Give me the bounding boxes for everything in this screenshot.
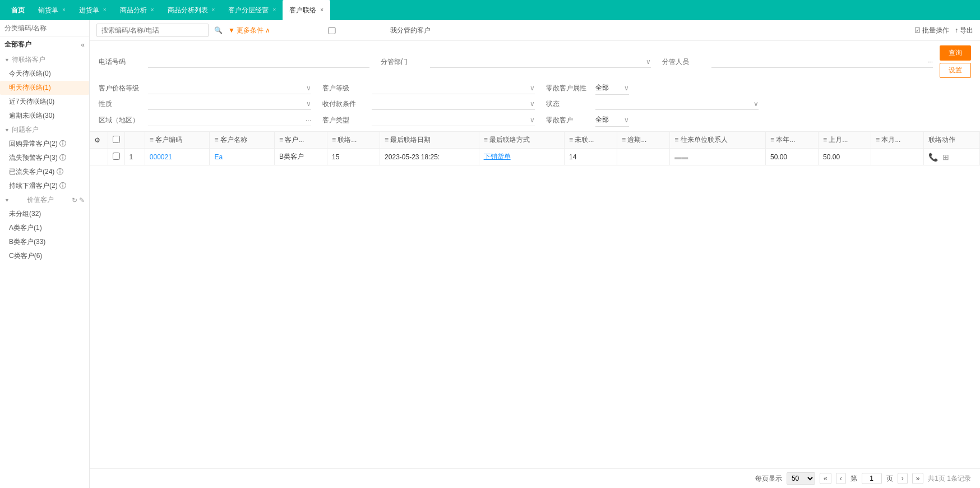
prev-page-button[interactable]: ‹	[836, 473, 846, 484]
phone-action-icon[interactable]: 📞	[928, 153, 938, 162]
filter-payment-select[interactable]: ∨	[372, 98, 535, 110]
batch-operation-button[interactable]: ☑ 批量操作	[914, 26, 949, 35]
close-product-analysis-icon[interactable]: ×	[151, 0, 154, 20]
th-unit-contact[interactable]: ≡ 往来单位联系人	[670, 132, 766, 149]
sidebar-item-b-class[interactable]: B类客户(33)	[0, 235, 89, 249]
sidebar-search-input[interactable]	[4, 24, 89, 32]
td-last-method: 下销货单	[479, 149, 564, 165]
nav-sales[interactable]: 销货单 ×	[31, 0, 72, 20]
th-type[interactable]: ≡ 客户...	[274, 132, 327, 149]
th-year[interactable]: ≡ 本年...	[765, 132, 818, 149]
filter-scattered-arrow: ∨	[624, 116, 629, 124]
nav-home[interactable]: 首页	[4, 0, 31, 20]
page-label: 第	[850, 474, 857, 484]
th-overdue[interactable]: ≡ 逾期...	[617, 132, 670, 149]
th-code[interactable]: ≡ 客户编码	[145, 132, 210, 149]
export-button[interactable]: ↑ 导出	[955, 26, 973, 35]
th-check	[108, 132, 124, 149]
filter-scattered-select[interactable]: 全部 ∨	[595, 113, 629, 127]
filter-payment: 收付款条件 ∨	[322, 98, 535, 110]
th-name[interactable]: ≡ 客户名称	[210, 132, 275, 149]
select-all-checkbox[interactable]	[113, 136, 120, 143]
filter-scattered-attr-select[interactable]: 全部 ∨	[595, 81, 629, 95]
per-page-select[interactable]: 50 100 200	[787, 472, 815, 485]
sidebar-group-value[interactable]: 价值客户 ↻ ✎	[0, 193, 89, 207]
filter-customer-type-arrow: ∨	[530, 116, 535, 124]
close-purchase-icon[interactable]: ×	[103, 0, 107, 20]
th-this-month[interactable]: ≡ 本月...	[871, 132, 924, 149]
filter-chevron-icon: ∧	[265, 26, 270, 34]
sidebar-group-pending[interactable]: 待联络客户	[0, 53, 89, 67]
page-number-input[interactable]	[862, 473, 882, 484]
more-filter-button[interactable]: ▼ 更多条件 ∧	[228, 26, 270, 35]
sidebar-search-bar: 🔍	[0, 20, 89, 36]
main-layout: 🔍 全部客户 « 待联络客户 今天待联络(0) 明天待联络(1) 近7天待联络(…	[0, 20, 980, 488]
export-icon: ↑	[955, 26, 958, 34]
filter-status-arrow: ∨	[754, 100, 759, 108]
filter-nature: 性质 ∨	[99, 98, 311, 110]
sidebar-item-ungrouped[interactable]: 未分组(32)	[0, 207, 89, 221]
sidebar-item-lost[interactable]: 已流失客户(24) ⓘ	[0, 165, 89, 179]
sidebar-item-overdue[interactable]: 逾期未联络(30)	[0, 109, 89, 123]
sidebar-item-tomorrow[interactable]: 明天待联络(1)	[0, 81, 89, 95]
th-contact-count[interactable]: ≡ 联络...	[327, 132, 380, 149]
last-page-button[interactable]: »	[912, 473, 924, 484]
td-seq: 1	[124, 149, 145, 165]
sidebar-item-repurchase-abnormal[interactable]: 回购异常客户(2) ⓘ	[0, 137, 89, 151]
last-method-link[interactable]: 下销货单	[484, 153, 511, 160]
filter-nature-arrow: ∨	[306, 100, 311, 108]
filter-customer-level-select[interactable]: ∨	[372, 82, 535, 94]
sidebar: 🔍 全部客户 « 待联络客户 今天待联络(0) 明天待联络(1) 近7天待联络(…	[0, 20, 90, 488]
filter-price-level-select[interactable]: ∨	[148, 82, 311, 94]
th-last-date[interactable]: ≡ 最后联络日期	[380, 132, 479, 149]
nav-product-analysis-list[interactable]: 商品分析列表 ×	[161, 0, 222, 20]
filter-phone-input[interactable]	[148, 56, 369, 68]
sidebar-item-c-class[interactable]: C类客户(6)	[0, 249, 89, 263]
filter-region-dots: ···	[306, 116, 311, 124]
filter-manager-select[interactable]: ···	[711, 56, 933, 68]
nav-purchase[interactable]: 进货单 ×	[72, 0, 113, 20]
filter-nature-select[interactable]: ∨	[148, 98, 311, 110]
sidebar-item-lost-warning[interactable]: 流失预警客户(3) ⓘ	[0, 151, 89, 165]
my-customers-checkbox[interactable]	[276, 27, 388, 34]
sidebar-item-7days[interactable]: 近7天待联络(0)	[0, 95, 89, 109]
search-input[interactable]	[96, 24, 209, 37]
filter-region-label: 区域（地区）	[99, 116, 144, 125]
search-button[interactable]: 🔍	[214, 26, 223, 34]
sidebar-all-customers[interactable]: 全部客户 «	[0, 36, 89, 53]
th-last-method[interactable]: ≡ 最后联络方式	[479, 132, 564, 149]
filter-region-select[interactable]: ···	[148, 114, 311, 126]
sidebar-item-today[interactable]: 今天待联络(0)	[0, 67, 89, 81]
setting-button[interactable]: 设置	[940, 63, 971, 78]
td-check	[108, 149, 124, 165]
close-product-analysis-list-icon[interactable]: ×	[212, 0, 215, 20]
nav-customer-contact[interactable]: 客户联络 ×	[283, 0, 330, 20]
filter-status-select[interactable]: ∨	[595, 98, 759, 110]
customer-table: ⚙ ≡ 客户编码 ≡ 客户名称 ≡ 客户...	[90, 132, 980, 165]
next-page-button[interactable]: ›	[898, 473, 908, 484]
sidebar-item-a-class[interactable]: A类客户(1)	[0, 221, 89, 235]
close-sales-icon[interactable]: ×	[62, 0, 66, 20]
action-icons: 📞 ⊞	[928, 153, 975, 162]
td-code[interactable]: 000021	[145, 149, 210, 165]
filter-dept-select[interactable]: ∨	[430, 56, 651, 68]
filter-customer-type-select[interactable]: ∨	[372, 114, 535, 126]
nav-product-analysis[interactable]: 商品分析 ×	[113, 0, 161, 20]
td-name[interactable]: Ea	[210, 149, 275, 165]
sidebar-item-declining[interactable]: 持续下滑客户(2) ⓘ	[0, 179, 89, 193]
td-contact-count: 15	[327, 149, 380, 165]
first-page-button[interactable]: «	[820, 473, 831, 484]
per-page-label: 每页显示	[755, 474, 782, 484]
th-gear[interactable]: ⚙	[90, 132, 108, 149]
grid-action-icon[interactable]: ⊞	[942, 153, 949, 162]
query-button[interactable]: 查询	[940, 45, 971, 61]
sidebar-group-problem[interactable]: 问题客户	[0, 123, 89, 137]
th-unlinked[interactable]: ≡ 未联...	[565, 132, 617, 149]
th-seq	[124, 132, 145, 149]
row-checkbox[interactable]	[113, 153, 120, 160]
close-customer-layered-icon[interactable]: ×	[272, 0, 276, 20]
filter-customer-type-label: 客户类型	[322, 116, 367, 125]
nav-customer-layered[interactable]: 客户分层经营 ×	[221, 0, 283, 20]
close-customer-contact-icon[interactable]: ×	[320, 0, 323, 20]
th-last-month[interactable]: ≡ 上月...	[819, 132, 871, 149]
